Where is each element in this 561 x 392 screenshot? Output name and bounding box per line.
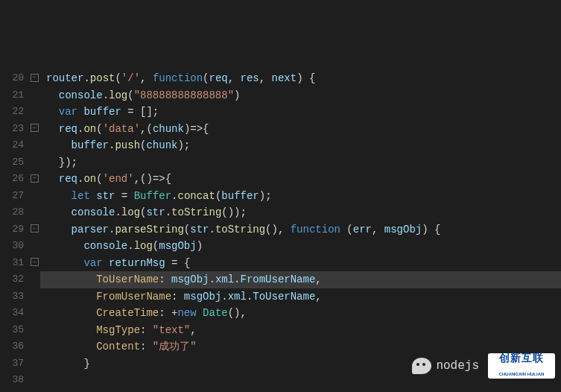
code-line[interactable]: var buffer = []; <box>46 104 561 121</box>
fold-marker <box>28 288 40 306</box>
line-number: 37 <box>0 355 24 373</box>
code-line[interactable]: buffer.push(chunk); <box>46 137 561 154</box>
code-line[interactable]: console.log("88888888888888") <box>46 87 561 104</box>
fold-marker <box>28 204 40 221</box>
brandmark-small: CHUANGXIN HULIAN <box>499 366 545 383</box>
fold-marker <box>28 372 40 389</box>
fold-marker <box>28 87 40 104</box>
watermark-text: nodejs <box>436 358 479 375</box>
line-number: 35 <box>0 322 24 339</box>
code-area[interactable]: router.post('/', function(req, res, next… <box>40 67 561 392</box>
code-line[interactable]: req.on('end',()=>{ <box>46 171 561 188</box>
code-line[interactable]: let str = Buffer.concat(buffer); <box>46 188 561 205</box>
fold-marker <box>28 154 40 171</box>
fold-marker <box>28 188 40 205</box>
code-line[interactable]: ToUserName: msgObj.xml.FromUserName, <box>40 271 561 288</box>
line-number: 30 <box>0 238 24 255</box>
line-number: 27 <box>0 188 24 205</box>
code-line[interactable]: var returnMsg = { <box>46 255 561 272</box>
code-line[interactable]: console.log(msgObj) <box>46 238 561 255</box>
fold-marker <box>28 355 40 373</box>
line-number: 33 <box>0 288 24 306</box>
code-line[interactable]: }); <box>46 154 561 171</box>
line-number: 32 <box>0 271 24 288</box>
line-number: 21 <box>0 87 24 104</box>
code-line[interactable]: console.log(str.toString()); <box>46 204 561 221</box>
line-number: 24 <box>0 137 24 154</box>
brandmark-logo: 创新互联 CHUANGXIN HULIAN <box>488 353 555 379</box>
code-line[interactable]: Content: "成功了" <box>46 338 561 355</box>
fold-gutter: −−−−− <box>28 67 40 392</box>
code-editor: 2021222324252627282930313233343536373839… <box>0 67 561 392</box>
fold-marker <box>28 338 40 355</box>
fold-marker <box>28 322 40 339</box>
line-number: 26 <box>0 171 24 188</box>
line-number: 29 <box>0 221 24 238</box>
line-number: 28 <box>0 204 24 221</box>
line-number: 20 <box>0 70 24 87</box>
code-line[interactable]: CreateTime: +new Date(), <box>46 305 561 322</box>
line-number: 23 <box>0 121 24 138</box>
watermark: nodejs <box>412 358 479 375</box>
code-line[interactable]: } <box>46 355 561 373</box>
code-line[interactable]: FromUserName: msgObj.xml.ToUserName, <box>46 288 561 306</box>
fold-marker <box>28 305 40 322</box>
line-number: 25 <box>0 154 24 171</box>
fold-marker <box>28 271 40 288</box>
brandmark-big: 创新互联 <box>499 350 544 367</box>
line-number: 34 <box>0 305 24 322</box>
fold-marker[interactable]: − <box>28 121 40 138</box>
line-number: 36 <box>0 338 24 355</box>
fold-marker <box>28 389 40 393</box>
line-number: 39 <box>0 389 24 393</box>
fold-marker <box>28 238 40 255</box>
fold-marker <box>28 137 40 154</box>
fold-marker[interactable]: − <box>28 70 40 87</box>
line-number-gutter: 2021222324252627282930313233343536373839… <box>0 67 28 392</box>
wechat-icon <box>412 358 431 374</box>
code-line[interactable]: router.post('/', function(req, res, next… <box>46 70 561 87</box>
fold-marker <box>28 104 40 121</box>
fold-marker[interactable]: − <box>28 255 40 272</box>
code-line[interactable]: parser.parseString(str.toString(), funct… <box>46 221 561 238</box>
code-line[interactable]: MsgType: "text", <box>46 322 561 339</box>
line-number: 38 <box>0 372 24 389</box>
code-line[interactable] <box>46 372 561 389</box>
code-line[interactable]: req.on('data',(chunk)=>{ <box>46 121 561 138</box>
fold-marker[interactable]: − <box>28 221 40 238</box>
line-number: 31 <box>0 255 24 272</box>
fold-marker[interactable]: − <box>28 171 40 188</box>
code-line[interactable]: res.send(builder.buildObject(returnMsg))… <box>46 389 561 393</box>
line-number: 22 <box>0 104 24 121</box>
